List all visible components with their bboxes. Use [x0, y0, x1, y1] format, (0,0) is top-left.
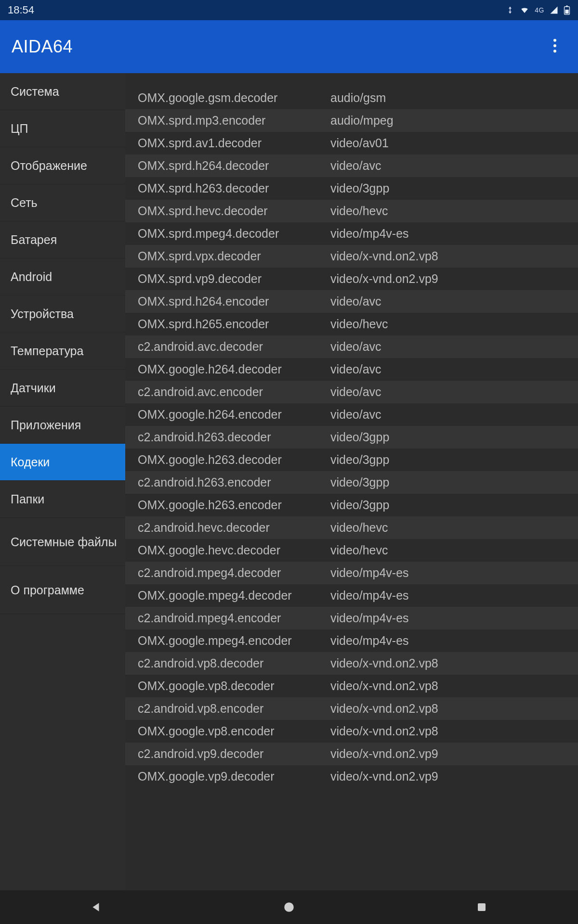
codec-mime: video/avc — [330, 385, 578, 399]
codec-row[interactable]: OMX.google.h263.decodervideo/3gpp — [125, 449, 578, 471]
codec-row[interactable]: OMX.google.vp8.encodervideo/x-vnd.on2.vp… — [125, 720, 578, 743]
codec-row[interactable]: OMX.google.vp8.decodervideo/x-vnd.on2.vp… — [125, 675, 578, 697]
wifi-icon — [519, 6, 530, 14]
sidebar-item-label: О программе — [11, 583, 84, 597]
sidebar-item[interactable]: Папки — [0, 481, 125, 518]
codec-row[interactable]: OMX.sprd.mpeg4.decodervideo/mp4v-es — [125, 222, 578, 245]
codec-row[interactable]: c2.android.h263.decodervideo/3gpp — [125, 426, 578, 449]
sidebar-item-label: Android — [11, 270, 52, 284]
codec-name: OMX.google.mpeg4.decoder — [138, 589, 330, 603]
codec-mime: video/x-vnd.on2.vp9 — [330, 272, 578, 286]
codec-name: OMX.sprd.hevc.decoder — [138, 204, 330, 218]
codec-name: OMX.sprd.mpeg4.decoder — [138, 227, 330, 241]
overflow-menu-button[interactable] — [543, 35, 566, 58]
sidebar-item-label: Приложения — [11, 418, 81, 432]
codec-name: OMX.sprd.h264.encoder — [138, 295, 330, 308]
codec-name: c2.android.h263.encoder — [138, 475, 330, 489]
more-vert-icon — [553, 38, 557, 55]
codec-row[interactable]: OMX.sprd.h265.encodervideo/hevc — [125, 313, 578, 335]
codec-list[interactable]: OMX.google.gsm.decoderaudio/gsmOMX.sprd.… — [125, 73, 578, 890]
sidebar-item[interactable]: Кодеки — [0, 444, 125, 481]
codec-row[interactable]: c2.android.avc.encodervideo/avc — [125, 381, 578, 403]
codec-row[interactable]: OMX.sprd.h264.decodervideo/avc — [125, 154, 578, 177]
codec-row[interactable]: OMX.sprd.av1.decodervideo/av01 — [125, 132, 578, 154]
codec-name: c2.android.mpeg4.encoder — [138, 611, 330, 625]
codec-mime: video/mp4v-es — [330, 227, 578, 241]
codec-row[interactable]: OMX.google.hevc.decodervideo/hevc — [125, 539, 578, 562]
codec-name: OMX.sprd.h265.encoder — [138, 317, 330, 331]
sidebar-item[interactable]: О программе — [0, 566, 125, 614]
codec-row[interactable]: OMX.google.h264.encodervideo/avc — [125, 403, 578, 426]
sidebar-item-label: Папки — [11, 492, 44, 506]
sidebar-item[interactable]: Температура — [0, 333, 125, 370]
codec-name: OMX.sprd.mp3.encoder — [138, 114, 330, 128]
screen: 18:54 4G AIDA64 СистемаЦП — [0, 0, 578, 924]
recents-button[interactable] — [453, 893, 511, 922]
home-button[interactable] — [260, 893, 318, 922]
codec-row[interactable]: OMX.google.mpeg4.decodervideo/mp4v-es — [125, 584, 578, 607]
svg-rect-2 — [565, 10, 568, 13]
status-bar: 18:54 4G — [0, 0, 578, 20]
codec-mime: video/avc — [330, 408, 578, 422]
vibrate-icon — [506, 6, 514, 14]
sidebar-item[interactable]: Батарея — [0, 221, 125, 258]
codec-mime: video/3gpp — [330, 430, 578, 444]
codec-mime: video/hevc — [330, 204, 578, 218]
sidebar-item-label: Датчики — [11, 381, 56, 395]
codec-row[interactable]: c2.android.avc.decodervideo/avc — [125, 335, 578, 358]
codec-row[interactable]: c2.android.vp8.decodervideo/x-vnd.on2.vp… — [125, 652, 578, 675]
sidebar-item[interactable]: Сеть — [0, 184, 125, 221]
codec-row[interactable]: c2.android.mpeg4.encodervideo/mp4v-es — [125, 607, 578, 629]
codec-row[interactable]: OMX.google.gsm.decoderaudio/gsm — [125, 87, 578, 109]
codec-row[interactable]: c2.android.vp8.encodervideo/x-vnd.on2.vp… — [125, 697, 578, 720]
codec-row[interactable]: OMX.google.h264.decodervideo/avc — [125, 358, 578, 381]
svg-point-4 — [553, 44, 556, 47]
sidebar-item-label: Сеть — [11, 195, 38, 210]
sidebar-item[interactable]: Системные файлы — [0, 518, 125, 566]
back-button[interactable] — [67, 893, 125, 922]
codec-mime: video/mp4v-es — [330, 589, 578, 603]
status-right: 4G — [506, 5, 570, 15]
codec-mime: video/x-vnd.on2.vp8 — [330, 656, 578, 670]
codec-row[interactable]: c2.android.h263.encodervideo/3gpp — [125, 471, 578, 494]
codec-mime: video/mp4v-es — [330, 566, 578, 580]
codec-row[interactable]: OMX.sprd.h264.encodervideo/avc — [125, 290, 578, 313]
codec-row[interactable]: OMX.google.vp9.decodervideo/x-vnd.on2.vp… — [125, 765, 578, 788]
codec-row[interactable]: OMX.google.mpeg4.encodervideo/mp4v-es — [125, 629, 578, 652]
codec-name: OMX.google.vp9.decoder — [138, 770, 330, 783]
codec-row[interactable]: OMX.sprd.vp9.decodervideo/x-vnd.on2.vp9 — [125, 268, 578, 290]
codec-name: OMX.google.vp8.encoder — [138, 724, 330, 738]
codec-mime: audio/gsm — [330, 91, 578, 105]
codec-mime: video/avc — [330, 159, 578, 173]
codec-mime: video/3gpp — [330, 498, 578, 512]
app-bar: AIDA64 — [0, 20, 578, 73]
codec-row[interactable]: OMX.sprd.h263.decodervideo/3gpp — [125, 177, 578, 200]
codec-row[interactable]: OMX.sprd.mp3.encoderaudio/mpeg — [125, 109, 578, 132]
codec-mime: video/x-vnd.on2.vp9 — [330, 770, 578, 783]
sidebar-item-label: ЦП — [11, 121, 28, 136]
codec-mime: video/3gpp — [330, 181, 578, 195]
svg-point-6 — [284, 902, 294, 912]
codec-row[interactable]: c2.android.hevc.decodervideo/hevc — [125, 516, 578, 539]
sidebar-item-label: Устройства — [11, 307, 74, 321]
sidebar-item[interactable]: Система — [0, 73, 125, 110]
codec-mime: video/x-vnd.on2.vp8 — [330, 679, 578, 693]
codec-row[interactable]: OMX.sprd.vpx.decodervideo/x-vnd.on2.vp8 — [125, 245, 578, 268]
sidebar-item[interactable]: Устройства — [0, 295, 125, 333]
codec-row[interactable]: c2.android.vp9.decodervideo/x-vnd.on2.vp… — [125, 743, 578, 765]
sidebar-item[interactable]: Датчики — [0, 370, 125, 407]
codec-row[interactable]: OMX.sprd.hevc.decodervideo/hevc — [125, 200, 578, 222]
svg-point-3 — [553, 39, 556, 42]
codec-row[interactable]: c2.android.mpeg4.decodervideo/mp4v-es — [125, 562, 578, 584]
codec-row[interactable]: OMX.google.h263.encodervideo/3gpp — [125, 494, 578, 516]
sidebar[interactable]: СистемаЦПОтображениеСетьБатареяAndroidУс… — [0, 73, 125, 890]
sidebar-item[interactable]: Приложения — [0, 407, 125, 444]
sidebar-item[interactable]: Отображение — [0, 147, 125, 184]
sidebar-item[interactable]: ЦП — [0, 110, 125, 147]
codec-mime: video/hevc — [330, 317, 578, 331]
codec-mime: video/avc — [330, 340, 578, 354]
sidebar-item-label: Системные файлы — [11, 535, 117, 549]
signal-icon — [549, 6, 559, 14]
codec-mime: audio/mpeg — [330, 114, 578, 128]
sidebar-item[interactable]: Android — [0, 258, 125, 295]
